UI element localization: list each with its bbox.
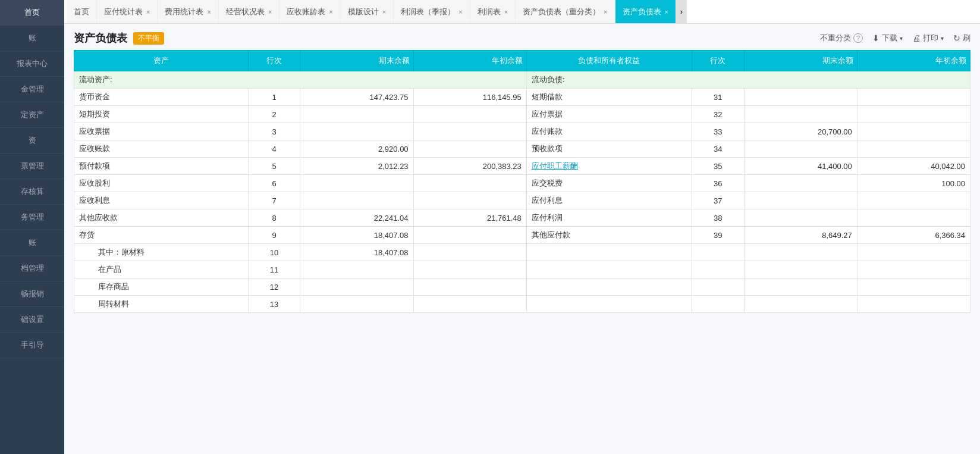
th-end-balance2: 期末余额 [744,51,857,71]
sidebar-item-fixed-assets[interactable]: 定资产 [0,102,64,128]
cell-rownum: 10 [248,244,300,261]
cell-liability: 预收款项 [526,140,692,158]
sidebar-item-inventory-calc[interactable]: 存核算 [0,179,64,205]
help-icon[interactable]: ? [853,33,863,43]
cell-begin-balance2 [857,106,970,123]
sidebar-item-base-settings[interactable]: 础设置 [0,307,64,333]
cell-end-balance: 147,423.75 [300,89,413,106]
section-asset-label: 流动资产: [74,71,527,89]
cell-rownum: 7 [248,192,300,209]
cell-end-balance2 [744,261,857,278]
cell-rownum: 6 [248,175,300,192]
cell-end-balance: 18,407.08 [300,244,413,261]
cell-end-balance: 18,407.08 [300,227,413,244]
th-end-balance: 期末余额 [300,51,413,71]
cell-begin-balance [413,192,526,209]
table-row: 其他应收款 8 22,241.04 21,761.48 应付利润 38 [74,209,970,227]
print-btn[interactable]: 🖨 打印 ▾ [912,33,944,43]
close-tab-operation-status[interactable]: × [268,8,272,15]
content-area: 资产负债表 不平衡 不重分类 ? ⬇ 下载 ▾ 🖨 打印 ▾ [64,24,980,454]
cell-rownum: 2 [248,106,300,123]
cell-end-balance [300,175,413,192]
close-tab-balance-reclassify[interactable]: × [604,8,607,15]
tab-profit-table[interactable]: 利润表 × [470,0,516,24]
close-tab-profit-quarterly[interactable]: × [458,8,462,15]
table-row: 库存商品 12 [74,278,970,296]
cell-rownum: 9 [248,227,300,244]
refresh-btn[interactable]: ↻ 刷 [953,33,970,43]
cell-begin-balance2 [857,296,970,313]
tab-profit-quarterly[interactable]: 利润表（季报） × [394,0,470,24]
cell-end-balance2 [744,89,857,106]
sidebar-item-ledger[interactable]: 账 [0,230,64,256]
cell-liability [526,296,692,313]
print-chevron-icon: ▾ [941,35,944,42]
sidebar-item-file-mgmt[interactable]: 档管理 [0,256,64,281]
cell-rownum2 [692,296,744,313]
close-tab-payable-stats[interactable]: × [146,8,150,15]
table-row: 应收票据 3 应付账款 33 20,700.00 [74,123,970,140]
cell-begin-balance [413,140,526,158]
cell-begin-balance [413,261,526,278]
cell-asset: 货币资金 [74,89,249,106]
cell-begin-balance: 200,383.23 [413,158,526,175]
close-tab-receivable-aging[interactable]: × [329,8,332,15]
sidebar-item-payable[interactable]: 账 [0,26,64,51]
tab-payable-stats[interactable]: 应付统计表 × [97,0,158,24]
sidebar-item-sales[interactable]: 畅报销 [0,281,64,307]
cell-begin-balance2 [857,278,970,296]
cell-liability [526,278,692,296]
close-tab-profit-table[interactable]: × [504,8,508,15]
page-title: 资产负债表 [74,31,127,45]
tab-balance-sheet[interactable]: 资产负债表 × [615,0,676,24]
cell-asset: 应收利息 [74,192,249,209]
cell-end-balance2 [744,192,857,209]
close-tab-expense-stats[interactable]: × [207,8,211,15]
close-tab-balance-sheet[interactable]: × [665,8,668,15]
tab-template-design[interactable]: 模版设计 × [341,0,394,24]
cell-begin-balance [413,244,526,261]
sidebar-item-ticket-mgmt[interactable]: 票管理 [0,154,64,179]
cell-liability: 应付利润 [526,209,692,227]
cell-rownum2: 39 [692,227,744,244]
cell-begin-balance2 [857,123,970,140]
cell-begin-balance2 [857,209,970,227]
table-row: 预付款项 5 2,012.23 200,383.23 应付职工薪酬 35 41,… [74,158,970,175]
cell-liability: 应付职工薪酬 [526,158,692,175]
cell-begin-balance: 21,761.48 [413,209,526,227]
cell-liability: 应付票据 [526,106,692,123]
cell-end-balance2 [744,296,857,313]
cell-end-balance [300,278,413,296]
sidebar-item-invest[interactable]: 资 [0,128,64,154]
page-header: 资产负债表 不平衡 不重分类 ? ⬇ 下载 ▾ 🖨 打印 ▾ [64,24,980,50]
sidebar-item-home[interactable]: 首页 [0,0,64,26]
sidebar-item-guide[interactable]: 手引导 [0,333,64,358]
cell-end-balance [300,192,413,209]
cell-liability: 其他应付款 [526,227,692,244]
sidebar: 首页 账 报表中心 金管理 定资产 资 票管理 存核算 务管理 账 档管理 畅报… [0,0,64,454]
download-icon: ⬇ [872,33,880,43]
cell-rownum2: 34 [692,140,744,158]
close-tab-template-design[interactable]: × [382,8,386,15]
tab-balance-reclassify[interactable]: 资产负债表（重分类） × [516,0,615,24]
tab-expense-stats[interactable]: 费用统计表 × [158,0,218,24]
table-row: 短期投资 2 应付票据 32 [74,106,970,123]
cell-end-balance: 2,920.00 [300,140,413,158]
table-row: 应收利息 7 应付利息 37 [74,192,970,209]
no-reclassify-btn[interactable]: 不重分类 ? [820,33,863,43]
th-rownum2: 行次 [692,51,744,71]
cell-begin-balance2: 40,042.00 [857,158,970,175]
cell-end-balance2: 8,649.27 [744,227,857,244]
sidebar-item-fund-mgmt[interactable]: 金管理 [0,77,64,102]
tab-operation-status[interactable]: 经营状况表 × [219,0,279,24]
cell-end-balance2 [744,140,857,158]
download-btn[interactable]: ⬇ 下载 ▾ [872,33,903,43]
table-row: 在产品 11 [74,261,970,278]
sidebar-item-task-mgmt[interactable]: 务管理 [0,205,64,230]
cell-begin-balance2 [857,89,970,106]
page-title-area: 资产负债表 不平衡 [74,31,164,45]
sidebar-item-report-center[interactable]: 报表中心 [0,51,64,77]
tab-nav-arrow[interactable]: › [676,0,687,24]
tab-receivable-aging[interactable]: 应收账龄表 × [279,0,340,24]
tab-home[interactable]: 首页 [67,0,97,24]
